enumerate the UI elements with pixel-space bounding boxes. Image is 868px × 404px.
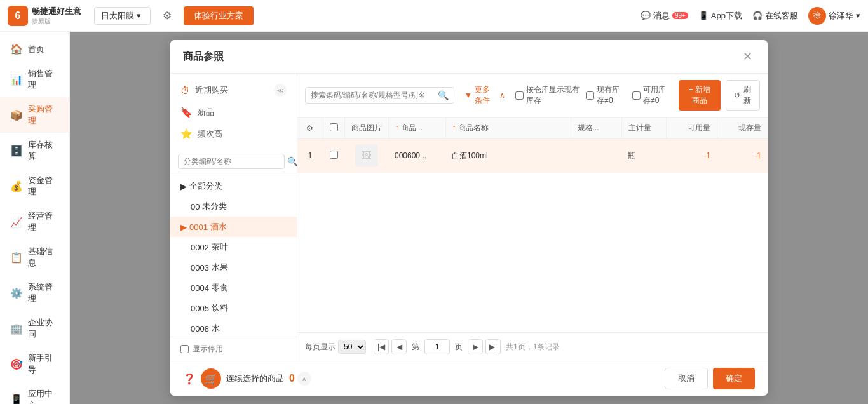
phone-icon: 📱 — [698, 11, 709, 20]
chevron-up-icon: ∧ — [499, 91, 505, 100]
recent-section: ⏱ 近期购买 ≪ 🔖 新品 ⭐ 频次高 — [170, 74, 297, 150]
sidebar-item-system[interactable]: ⚙️ 系统管理 — [0, 275, 69, 311]
col-code-header[interactable]: ↑ 商品... — [388, 118, 445, 139]
app-download-nav-item[interactable]: 📱 App下载 — [698, 10, 742, 22]
management-icon: 📈 — [10, 216, 23, 228]
modal-header: 商品参照 ✕ — [170, 40, 768, 74]
sidebar-item-sales[interactable]: 📊 销售管理 — [0, 62, 69, 97]
experience-button[interactable]: 体验行业方案 — [184, 6, 254, 25]
col-unit-header[interactable]: 主计量 — [621, 118, 666, 139]
row-stock: -1 — [717, 139, 768, 173]
enterprise-icon: 🏢 — [10, 323, 23, 335]
modal-body: ⏱ 近期购买 ≪ 🔖 新品 ⭐ 频次高 — [170, 74, 768, 361]
category-item-0003[interactable]: 0003 水果 — [170, 257, 297, 278]
modal-overlay: 商品参照 ✕ ⏱ 近期购买 ≪ 🔖 — [70, 32, 868, 404]
new-product-item[interactable]: 🔖 新品 — [170, 102, 297, 123]
sidebar-item-purchase[interactable]: 📦 采购管理 — [0, 97, 69, 133]
home-icon: 🏠 — [10, 43, 23, 55]
message-icon: 💬 — [641, 11, 651, 20]
avail-not-zero-checkbox[interactable] — [632, 91, 641, 100]
category-item-0001[interactable]: ▶ 0001 酒水 — [170, 217, 297, 237]
nav-selector[interactable]: 日太阳膜 ▾ — [94, 7, 151, 25]
col-img-header: 商品图片 — [344, 118, 388, 139]
category-item-0008[interactable]: 0008 水 — [170, 318, 297, 337]
select-all-checkbox[interactable] — [330, 123, 338, 131]
warehouse-checkbox[interactable] — [515, 91, 524, 100]
page-input[interactable] — [424, 339, 450, 354]
footer-actions: 取消 确定 — [665, 368, 755, 389]
sidebar-item-management[interactable]: 📈 经营管理 — [0, 204, 69, 239]
row-checkbox[interactable] — [330, 151, 338, 159]
star-icon: ⭐ — [180, 128, 193, 140]
cancel-button[interactable]: 取消 — [665, 368, 708, 389]
page-size-dropdown[interactable]: 50 — [338, 340, 366, 354]
category-item-all[interactable]: ▶ 全部分类 — [170, 176, 297, 196]
last-page-button[interactable]: ▶| — [485, 339, 501, 354]
refresh-button[interactable]: ↺ 刷新 — [726, 80, 760, 111]
display-stopped-checkbox[interactable] — [180, 345, 189, 353]
search-icon[interactable]: 🔍 — [438, 90, 449, 100]
sidebar-item-basic-info[interactable]: 📋 基础信息 — [0, 239, 69, 275]
sidebar-item-inventory[interactable]: 🗄️ 库存核算 — [0, 133, 69, 168]
category-item-0004[interactable]: 0004 零食 — [170, 278, 297, 298]
sidebar-item-guide[interactable]: 🎯 新手引导 — [0, 346, 69, 382]
add-product-button[interactable]: + 新增商品 — [679, 80, 721, 111]
high-frequency-item[interactable]: ⭐ 频次高 — [170, 123, 297, 145]
prev-page-button[interactable]: ◀ — [391, 339, 407, 354]
recent-purchase-item[interactable]: ⏱ 近期购买 ≪ — [170, 79, 297, 102]
row-name: 白酒100ml — [445, 139, 571, 173]
active-tri-icon: ▶ — [180, 222, 187, 232]
table-row[interactable]: 1 🖼 — [297, 139, 768, 173]
new-icon: 🔖 — [180, 107, 193, 118]
category-search-input[interactable] — [178, 154, 285, 169]
sidebar-item-apps[interactable]: 📱 应用中心 — [0, 382, 69, 404]
col-stock-header: 现存量 — [717, 118, 768, 139]
close-button[interactable]: ✕ — [740, 49, 755, 64]
first-page-button[interactable]: |◀ — [374, 339, 389, 354]
modal-left-panel: ⏱ 近期购买 ≪ 🔖 新品 ⭐ 频次高 — [170, 74, 297, 361]
modal-title: 商品参照 — [183, 50, 740, 64]
stock-not-zero-checkbox[interactable] — [586, 91, 594, 100]
info-icon: 📋 — [10, 252, 23, 264]
col-name-header[interactable]: ↑ 商品名称 — [445, 118, 571, 139]
message-nav-item[interactable]: 💬 消息 99+ — [641, 10, 688, 22]
expand-selected-button[interactable]: ∧ — [297, 372, 311, 386]
modal-toolbar: 🔍 ▼ 更多条件 ∧ 按仓库显示现有库存 — [297, 74, 768, 118]
col-spec-header[interactable]: 规格... — [571, 118, 621, 139]
next-page-button[interactable]: ▶ — [468, 339, 483, 354]
headset-icon: 🎧 — [752, 11, 763, 20]
collapse-icon[interactable]: ≪ — [274, 84, 287, 97]
selected-count: 0 — [289, 373, 295, 384]
settings-icon: ⚙ — [306, 124, 313, 133]
category-item-0002[interactable]: 0002 茶叶 — [170, 237, 297, 257]
filter-button[interactable]: ▼ 更多条件 ∧ — [459, 82, 510, 109]
modal-footer: ❓ 🛒 连续选择的商品 0 ∧ 取消 确定 — [170, 361, 768, 396]
sidebar-item-home[interactable]: 🏠 首页 — [0, 37, 69, 62]
category-item-0005[interactable]: 0005 饮料 — [170, 298, 297, 318]
col-settings[interactable]: ⚙ — [297, 118, 323, 139]
user-nav-item[interactable]: 徐 徐泽华 ▾ — [808, 7, 860, 25]
page-info: 共1页，1条记录 — [506, 342, 560, 353]
checkbox-warehouse: 按仓库显示现有库存 — [515, 84, 581, 106]
sort-up-icon: ↑ — [395, 123, 399, 132]
search-icon[interactable]: 🔍 — [287, 156, 298, 166]
sidebar-item-enterprise[interactable]: 🏢 企业协同 — [0, 311, 69, 346]
product-search-input[interactable] — [311, 91, 438, 100]
modal-dialog: 商品参照 ✕ ⏱ 近期购买 ≪ 🔖 — [170, 40, 768, 396]
online-service-nav-item[interactable]: 🎧 在线客服 — [752, 10, 798, 22]
content-area: 商品参照 ✕ ⏱ 近期购买 ≪ 🔖 — [70, 32, 868, 404]
toolbar-right: + 新增商品 ↺ 刷新 — [679, 80, 760, 111]
confirm-button[interactable]: 确定 — [713, 368, 755, 389]
modal-right-panel: 🔍 ▼ 更多条件 ∧ 按仓库显示现有库存 — [297, 74, 768, 361]
message-badge: 99+ — [672, 12, 688, 19]
sidebar-item-finance[interactable]: 💰 资金管理 — [0, 168, 69, 204]
category-item-00[interactable]: 00 未分类 — [170, 196, 297, 217]
gear-icon[interactable]: ⚙ — [157, 6, 177, 26]
apps-icon: 📱 — [10, 394, 23, 405]
top-nav: 6 畅捷通好生意 捷易版 日太阳膜 ▾ ⚙ 体验行业方案 💬 消息 99+ 📱 … — [0, 0, 868, 32]
chevron-down-icon-user: ▾ — [856, 11, 860, 20]
row-img: 🖼 — [344, 139, 388, 173]
chevron-down-icon: ▾ — [137, 11, 141, 20]
help-icon[interactable]: ❓ — [183, 373, 196, 385]
row-spec — [571, 139, 621, 173]
